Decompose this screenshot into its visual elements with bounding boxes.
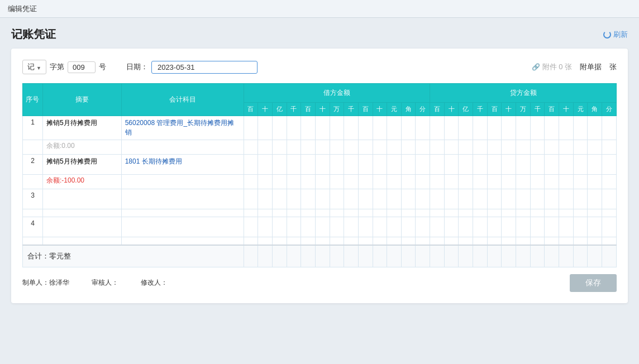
digit-cell [588, 116, 602, 140]
summary-cell[interactable] [42, 189, 121, 209]
digit-cell [330, 217, 344, 237]
creator-label: 制单人： [22, 279, 49, 286]
digit-cell [344, 155, 359, 175]
seq-cell: 2 [23, 155, 43, 175]
summary-cell[interactable] [42, 217, 121, 237]
account-cell[interactable] [121, 189, 244, 209]
seq-cell: 4 [23, 217, 43, 237]
th-c-yuan1: 元 [573, 103, 588, 116]
digit-cell [602, 217, 617, 237]
digit-cell [602, 155, 617, 175]
th-c-fen1: 分 [602, 103, 617, 116]
table-row: 1摊销5月待摊费用56020008 管理费用_长期待摊费用摊销 [23, 116, 617, 140]
digit-cell [573, 155, 588, 175]
digit-cell [530, 189, 545, 209]
page-header: 记账凭证 刷新 [11, 27, 628, 42]
seq-cell: 1 [23, 116, 43, 140]
th-d-bai1: 百 [244, 103, 258, 116]
digit-cell [287, 189, 301, 209]
table-row: 4 [23, 217, 617, 237]
digit-cell [588, 217, 602, 237]
footer-info: 制单人：徐泽华 审核人： 修改人： 保存 [22, 267, 617, 292]
digit-cell [315, 155, 330, 175]
digit-cell [315, 189, 330, 209]
voucher-type-dropdown[interactable]: 记 [22, 60, 46, 74]
digit-cell [272, 116, 287, 140]
digit-cell [258, 155, 273, 175]
digit-cell [258, 116, 273, 140]
digit-cell [430, 189, 445, 209]
voucher-type-group: 记 字第 009 号 [22, 60, 106, 74]
th-account: 会计科目 [121, 84, 244, 116]
digit-cell [344, 217, 359, 237]
date-group: 日期： [126, 61, 257, 74]
th-d-shi3: 十 [373, 103, 387, 116]
account-cell[interactable]: 1801 长期待摊费用 [121, 155, 244, 175]
th-d-jiao1: 角 [401, 103, 416, 116]
digit-cell [401, 189, 416, 209]
th-d-qian2: 千 [344, 103, 359, 116]
account-cell[interactable] [121, 217, 244, 237]
th-c-shi1: 十 [444, 103, 459, 116]
digit-cell [444, 116, 459, 140]
refresh-icon [603, 31, 611, 39]
editor-label: 修改人： [141, 279, 168, 286]
digit-cell [373, 155, 387, 175]
th-seq: 序号 [23, 84, 43, 116]
digit-cell [244, 189, 258, 209]
th-c-qian2: 千 [530, 103, 545, 116]
summary-cell[interactable]: 摊销5月待摊费用 [42, 116, 121, 140]
voucher-table: 序号 摘要 会计科目 借方金额 贷方金额 百 十 亿 千 百 十 万 千 百 十 [22, 83, 617, 267]
digit-cell [459, 116, 473, 140]
digit-cell [444, 155, 459, 175]
digit-cell [401, 116, 416, 140]
summary-cell[interactable]: 摊销5月待摊费用 [42, 155, 121, 175]
digit-cell [545, 116, 559, 140]
digit-cell [416, 155, 430, 175]
creator-name: 徐泽华 [49, 279, 69, 286]
table-row: 2摊销5月待摊费用1801 长期待摊费用 [23, 155, 617, 175]
save-button[interactable]: 保存 [570, 274, 617, 292]
th-c-bai1: 百 [430, 103, 445, 116]
digit-cell [573, 217, 588, 237]
th-d-shi1: 十 [258, 103, 273, 116]
digit-cell [430, 116, 445, 140]
refresh-button[interactable]: 刷新 [603, 30, 628, 40]
digit-cell [444, 217, 459, 237]
digit-cell [330, 116, 344, 140]
date-label: 日期： [126, 62, 148, 72]
balance-cell: 余额:0.00 [42, 140, 121, 155]
digit-cell [401, 155, 416, 175]
digit-cell [416, 189, 430, 209]
digit-cell [287, 155, 301, 175]
digit-cell [502, 155, 516, 175]
digit-cell [430, 155, 445, 175]
digit-cell [401, 217, 416, 237]
digit-cell [516, 217, 531, 237]
digit-cell [244, 217, 258, 237]
digit-cell [473, 116, 488, 140]
th-summary: 摘要 [42, 84, 121, 116]
digit-cell [516, 116, 531, 140]
voucher-type-value: 记 [27, 62, 35, 72]
digit-cell [258, 189, 273, 209]
date-input[interactable] [151, 61, 257, 74]
total-label: 合计：零元整 [23, 245, 244, 267]
digit-cell [459, 155, 473, 175]
digit-cell [272, 155, 287, 175]
digit-cell [301, 217, 316, 237]
attach-link[interactable]: 🔗 附件 0 张 [532, 62, 572, 72]
digit-cell [559, 116, 574, 140]
digit-cell [358, 217, 373, 237]
hao-label: 号 [99, 62, 106, 72]
digit-cell [301, 155, 316, 175]
digit-cell [487, 217, 502, 237]
digit-cell [602, 116, 617, 140]
th-d-yuan1: 元 [387, 103, 402, 116]
account-cell[interactable]: 56020008 管理费用_长期待摊费用摊销 [121, 116, 244, 140]
th-d-wan1: 万 [330, 103, 344, 116]
digit-cell [502, 116, 516, 140]
digit-cell [344, 116, 359, 140]
digit-cell [459, 189, 473, 209]
chevron-down-icon [36, 63, 41, 71]
